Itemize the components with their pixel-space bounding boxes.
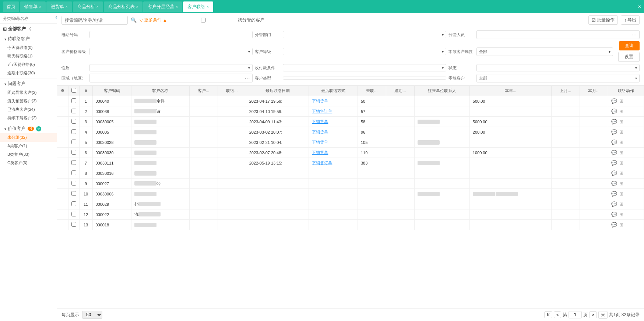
search-icon[interactable]: 🔍 <box>131 17 137 23</box>
batch-op-btn[interactable]: ☑ 批量操作 <box>588 15 618 25</box>
grid-icon-11[interactable]: ⊞ <box>619 201 623 207</box>
manager-dots[interactable]: ··· <box>631 32 637 38</box>
row-check-2[interactable] <box>68 106 79 117</box>
phone-icon-4[interactable]: 💬 <box>611 129 617 135</box>
grid-icon-10[interactable]: ⊞ <box>619 191 623 197</box>
export-btn[interactable]: ↑ 导出 <box>621 15 640 25</box>
contact-method-link[interactable]: 下销售订单 <box>312 109 332 113</box>
region-dots[interactable]: ··· <box>245 75 250 81</box>
row-checkbox-12[interactable] <box>71 212 76 216</box>
grid-icon-4[interactable]: ⊞ <box>619 129 623 135</box>
filter-input-phone[interactable] <box>89 31 253 38</box>
row-check-8[interactable] <box>68 168 79 179</box>
close-purchase-tab[interactable]: × <box>66 5 68 9</box>
sidebar-item-declining[interactable]: 持续下滑客户(2) <box>0 114 57 122</box>
filter-select-customer-type[interactable] <box>283 77 446 80</box>
row-check-12[interactable] <box>68 209 79 220</box>
filter-select-region[interactable]: ··· <box>89 74 253 82</box>
sidebar-item-class-a[interactable]: A类客户(1) <box>0 142 57 150</box>
close-product-analysis-list-tab[interactable]: × <box>136 5 138 9</box>
sidebar-item-class-b[interactable]: B类客户(33) <box>0 150 57 159</box>
more-conditions-btn[interactable]: ▽ 更多条件 ▲ <box>140 17 167 23</box>
phone-icon-11[interactable]: 💬 <box>611 201 617 207</box>
phone-icon-13[interactable]: 💬 <box>611 222 617 227</box>
phone-icon-7[interactable]: 💬 <box>611 160 617 166</box>
row-checkbox-6[interactable] <box>71 150 76 155</box>
nav-tab-home[interactable]: 首页 <box>3 1 19 12</box>
close-all-tabs[interactable]: × <box>638 4 641 10</box>
row-checkbox-9[interactable] <box>71 181 76 186</box>
contact-method-link[interactable]: 下销货单 <box>312 140 328 144</box>
sidebar-item-churn-warning[interactable]: 流失预警客户(3) <box>0 97 57 105</box>
grid-icon-3[interactable]: ⊞ <box>619 119 623 124</box>
sidebar-price-group[interactable]: 价值客户 R ↻ <box>0 124 57 133</box>
phone-icon-2[interactable]: 💬 <box>611 109 617 114</box>
row-checkbox-8[interactable] <box>71 170 76 175</box>
phone-icon-6[interactable]: 💬 <box>611 150 617 155</box>
grid-icon-2[interactable]: ⊞ <box>619 109 623 114</box>
sidebar-item-pending-today[interactable]: 今天待联络(0) <box>0 43 57 52</box>
col-header-check[interactable] <box>68 86 79 96</box>
sidebar-item-churned[interactable]: 已流失客户(24) <box>0 105 57 114</box>
contact-method-link[interactable]: 下销货单 <box>312 130 328 134</box>
page-size-select[interactable]: 50 100 <box>82 311 102 319</box>
sidebar-pending-group[interactable]: 待联络客户 <box>0 34 57 43</box>
row-check-6[interactable] <box>68 148 79 158</box>
phone-icon-5[interactable]: 💬 <box>611 140 617 145</box>
close-sales-tab[interactable]: × <box>39 5 41 9</box>
row-checkbox-2[interactable] <box>71 109 76 113</box>
filter-select-manager[interactable]: ··· <box>476 30 640 39</box>
row-checkbox-5[interactable] <box>71 140 76 144</box>
nav-tab-product-analysis[interactable]: 商品分析 × <box>73 1 103 12</box>
row-check-13[interactable] <box>68 220 79 230</box>
phone-icon-12[interactable]: 💬 <box>611 212 617 217</box>
grid-icon-1[interactable]: ⊞ <box>619 98 623 104</box>
grid-icon-8[interactable]: ⊞ <box>619 170 623 176</box>
contact-method-link[interactable]: 下销货单 <box>312 99 328 103</box>
nav-tab-customer-contact[interactable]: 客户联络 × <box>183 1 213 12</box>
row-checkbox-13[interactable] <box>71 222 76 227</box>
row-check-10[interactable] <box>68 189 79 199</box>
sidebar-item-overdue[interactable]: 逾期未联络(30) <box>0 69 57 77</box>
search-btn[interactable]: 查询 <box>619 41 640 50</box>
row-checkbox-10[interactable] <box>71 191 76 196</box>
close-customer-contact-tab[interactable]: × <box>207 5 209 9</box>
row-check-4[interactable] <box>68 127 79 137</box>
close-customer-segment-tab[interactable]: × <box>176 5 178 9</box>
reset-btn[interactable]: 设置 <box>618 52 640 62</box>
sidebar-all-customers[interactable]: ⊞ 全部客户 《 <box>0 24 57 34</box>
next-page-btn[interactable]: > <box>589 311 597 318</box>
grid-icon-7[interactable]: ⊞ <box>619 160 623 166</box>
grid-icon-13[interactable]: ⊞ <box>619 222 623 227</box>
row-check-7[interactable] <box>68 158 79 168</box>
sidebar-search-input[interactable] <box>3 16 54 21</box>
col-header-settings[interactable]: ⚙ <box>57 86 68 96</box>
sidebar-item-pending-7days[interactable]: 近7天待联络(0) <box>0 60 57 69</box>
filter-select-price-level[interactable] <box>89 48 253 55</box>
grid-icon-5[interactable]: ⊞ <box>619 140 623 145</box>
sidebar-item-pending-tomorrow[interactable]: 明天待联络(1) <box>0 52 57 60</box>
page-input[interactable] <box>569 311 582 318</box>
filter-select-dept[interactable] <box>283 31 446 38</box>
nav-tab-sales[interactable]: 销售单 × <box>20 1 46 12</box>
grid-icon-12[interactable]: ⊞ <box>619 212 623 217</box>
row-checkbox-3[interactable] <box>71 119 76 124</box>
row-check-1[interactable] <box>68 96 79 106</box>
row-check-5[interactable] <box>68 137 79 148</box>
grid-icon-9[interactable]: ⊞ <box>619 181 623 186</box>
row-check-9[interactable] <box>68 179 79 189</box>
sidebar-item-abnormal[interactable]: 固购异常客户(2) <box>0 88 57 97</box>
row-checkbox-4[interactable] <box>71 129 76 134</box>
phone-icon-10[interactable]: 💬 <box>611 191 617 197</box>
row-checkbox-7[interactable] <box>71 160 76 165</box>
phone-icon-9[interactable]: 💬 <box>611 181 617 186</box>
contact-method-link[interactable]: 下销售订单 <box>312 160 332 165</box>
close-product-analysis-tab[interactable]: × <box>96 5 99 9</box>
row-checkbox-11[interactable] <box>71 201 76 206</box>
prev-page-btn[interactable]: < <box>554 311 561 318</box>
sidebar-problem-group[interactable]: 问题客户 <box>0 79 57 88</box>
contact-method-link[interactable]: 下销货单 <box>312 150 328 155</box>
contact-method-link[interactable]: 下销货单 <box>312 119 328 124</box>
row-check-3[interactable] <box>68 117 79 127</box>
sidebar-item-unclassified[interactable]: 未分组(32) <box>0 133 57 142</box>
